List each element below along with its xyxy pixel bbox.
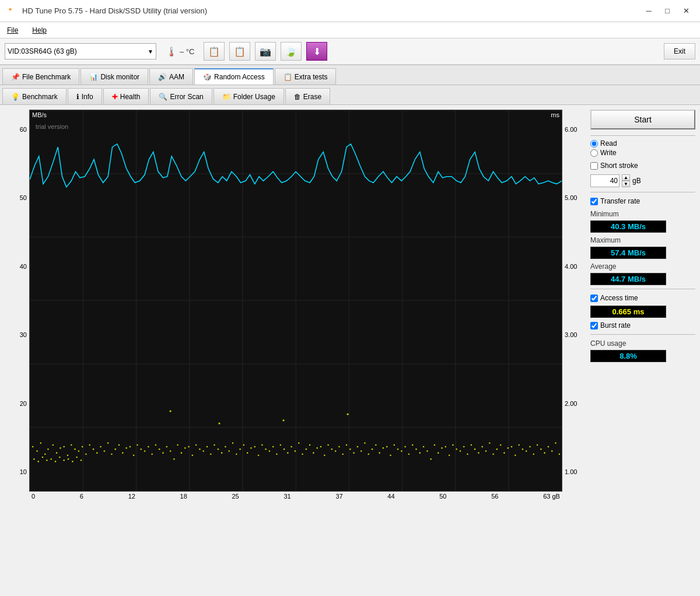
svg-point-163 bbox=[559, 453, 561, 455]
svg-point-37 bbox=[111, 453, 113, 455]
cpu-usage-value: 8.8% bbox=[590, 350, 666, 362]
svg-point-122 bbox=[408, 453, 410, 455]
burst-rate-checkbox[interactable] bbox=[590, 322, 598, 329]
svg-point-77 bbox=[258, 455, 260, 457]
drive-selector[interactable]: VID:03SR64G (63 gB) ▼ bbox=[5, 43, 156, 59]
tab-health[interactable]: ✚ Health bbox=[103, 88, 149, 104]
burst-rate-checkbox-label[interactable]: Burst rate bbox=[590, 321, 695, 329]
svg-point-161 bbox=[551, 450, 553, 452]
minimize-button[interactable]: ─ bbox=[640, 5, 657, 17]
read-radio[interactable] bbox=[590, 140, 598, 148]
svg-point-33 bbox=[96, 452, 98, 454]
svg-point-172 bbox=[68, 458, 69, 460]
menu-file[interactable]: File bbox=[4, 25, 22, 36]
write-radio[interactable] bbox=[590, 149, 598, 157]
tab-extra-tests-label: Extra tests bbox=[295, 73, 328, 81]
copy-button-2[interactable]: 📋 bbox=[229, 42, 250, 61]
short-stroke-checkbox[interactable] bbox=[590, 162, 598, 170]
spinner-down-button[interactable]: ▼ bbox=[622, 181, 630, 187]
svg-point-142 bbox=[481, 446, 483, 448]
svg-point-99 bbox=[324, 455, 326, 457]
svg-point-66 bbox=[218, 448, 219, 450]
exit-button[interactable]: Exit bbox=[664, 43, 695, 59]
y-left-40: 40 bbox=[20, 263, 27, 270]
svg-point-98 bbox=[320, 446, 322, 448]
start-button[interactable]: Start bbox=[590, 110, 695, 129]
maximize-button[interactable]: □ bbox=[659, 5, 676, 17]
svg-point-18 bbox=[40, 443, 42, 444]
svg-point-34 bbox=[100, 446, 102, 448]
gb-input[interactable] bbox=[590, 174, 620, 187]
average-label: Average bbox=[590, 262, 695, 271]
svg-point-168 bbox=[50, 458, 52, 460]
svg-point-76 bbox=[254, 446, 256, 448]
write-radio-label[interactable]: Write bbox=[590, 149, 695, 157]
svg-point-171 bbox=[63, 460, 65, 461]
svg-point-146 bbox=[496, 448, 498, 450]
tab-info[interactable]: ℹ Info bbox=[68, 88, 102, 104]
minimum-value: 40.3 MB/s bbox=[590, 220, 666, 233]
download-button[interactable]: ⬇ bbox=[306, 42, 327, 61]
tab-folder-usage[interactable]: 📁 Folder Usage bbox=[214, 88, 284, 104]
y-right-500: 5.00 bbox=[565, 194, 577, 201]
y-left-10: 10 bbox=[20, 468, 27, 475]
svg-point-52 bbox=[166, 446, 168, 448]
transfer-rate-checkbox[interactable] bbox=[590, 198, 598, 205]
camera-button[interactable]: 📷 bbox=[255, 42, 276, 61]
svg-point-166 bbox=[42, 457, 44, 458]
tab-erase[interactable]: 🗑 Erase bbox=[285, 88, 330, 104]
gb-spinner-row: ▲ ▼ gB bbox=[590, 174, 695, 187]
svg-point-75 bbox=[250, 447, 252, 449]
tab-file-benchmark[interactable]: 📌 File Benchmark bbox=[2, 68, 79, 85]
thermometer-icon: 🌡️ bbox=[166, 46, 177, 57]
access-time-checkbox-label[interactable]: Access time bbox=[590, 294, 695, 302]
tab-error-scan[interactable]: 🔍 Error Scan bbox=[150, 88, 212, 104]
menu-help[interactable]: Help bbox=[29, 25, 50, 36]
svg-point-129 bbox=[434, 444, 436, 446]
svg-point-87 bbox=[295, 450, 296, 452]
svg-point-81 bbox=[272, 446, 274, 448]
svg-point-167 bbox=[46, 460, 48, 461]
close-button[interactable]: ✕ bbox=[678, 5, 694, 17]
svg-point-155 bbox=[529, 446, 531, 448]
access-time-checkbox[interactable] bbox=[590, 295, 598, 302]
svg-point-125 bbox=[419, 452, 421, 454]
y-left-50: 50 bbox=[20, 194, 27, 201]
short-stroke-checkbox-label[interactable]: Short stroke bbox=[590, 162, 695, 170]
svg-point-40 bbox=[122, 452, 124, 454]
tab-extra-tests[interactable]: 📋 Extra tests bbox=[275, 68, 337, 85]
svg-point-94 bbox=[306, 448, 307, 450]
svg-point-72 bbox=[239, 448, 241, 450]
x-56: 56 bbox=[491, 493, 498, 500]
tab-aam[interactable]: 🔊 AAM bbox=[149, 68, 193, 85]
svg-point-35 bbox=[104, 450, 106, 452]
drive-label: VID:03SR64G (63 gB) bbox=[8, 47, 148, 55]
transfer-rate-checkbox-label[interactable]: Transfer rate bbox=[590, 197, 695, 205]
svg-point-60 bbox=[195, 444, 197, 446]
svg-point-27 bbox=[74, 448, 76, 450]
tab-disk-monitor[interactable]: 📊 Disk monitor bbox=[80, 68, 148, 85]
toolbar: VID:03SR64G (63 gB) ▼ 🌡️ – °C 📋 📋 📷 🍃 ⬇ … bbox=[0, 38, 700, 65]
svg-point-162 bbox=[555, 443, 556, 444]
copy-button-1[interactable]: 📋 bbox=[204, 42, 225, 61]
svg-point-16 bbox=[32, 446, 34, 448]
tab-aam-label: AAM bbox=[169, 73, 184, 81]
tab-disk-monitor-label: Disk monitor bbox=[100, 73, 139, 81]
tab-random-access[interactable]: 🎲 Random Access bbox=[194, 68, 274, 85]
svg-point-47 bbox=[148, 446, 149, 448]
settings-button[interactable]: 🍃 bbox=[281, 42, 302, 61]
svg-point-110 bbox=[364, 443, 366, 444]
aam-icon: 🔊 bbox=[158, 73, 167, 81]
spinner-up-button[interactable]: ▲ bbox=[622, 174, 630, 181]
tab-benchmark[interactable]: 💡 Benchmark bbox=[2, 88, 66, 104]
x-25: 25 bbox=[232, 493, 239, 500]
svg-point-39 bbox=[118, 444, 120, 446]
write-label: Write bbox=[600, 149, 617, 157]
svg-point-112 bbox=[372, 448, 373, 450]
x-0: 0 bbox=[32, 493, 35, 500]
maximum-value: 57.4 MB/s bbox=[590, 247, 666, 259]
svg-point-63 bbox=[206, 446, 208, 448]
read-radio-label[interactable]: Read bbox=[590, 139, 695, 148]
svg-point-147 bbox=[500, 444, 502, 446]
tab-random-access-label: Random Access bbox=[214, 73, 265, 81]
